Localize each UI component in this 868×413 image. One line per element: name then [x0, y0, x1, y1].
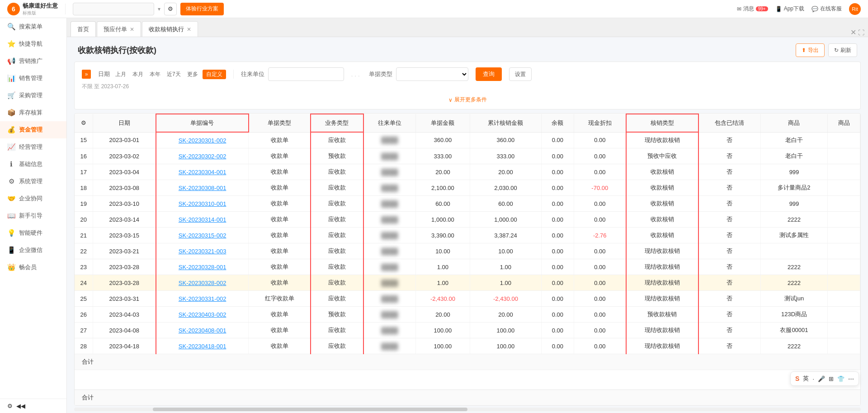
bill-no-link[interactable]: SK-20230315-002	[179, 232, 226, 239]
bill-no-link[interactable]: SK-20230331-002	[179, 295, 226, 302]
export-button[interactable]: ⬆ 导出	[796, 43, 825, 57]
cell-date: 2023-03-02	[93, 148, 156, 164]
col-header-bill-type[interactable]: 单据类型	[249, 114, 311, 132]
sidebar-item-inventory[interactable]: 📦 库存核算	[0, 104, 66, 121]
sidebar-item-marketing[interactable]: 📢 营销推广	[0, 52, 66, 70]
col-header-discount[interactable]: 现金折扣	[574, 114, 626, 132]
app-download-button[interactable]: 📱 App下载	[775, 5, 804, 13]
last-month-btn[interactable]: 上月	[113, 70, 128, 79]
cell-date: 2023-03-14	[93, 212, 156, 228]
solution-button[interactable]: 体验行业方案	[180, 3, 224, 15]
sidebar-item-shortcuts[interactable]: ⭐ 快捷导航	[0, 35, 66, 52]
tab-home[interactable]: 首页	[71, 21, 96, 37]
cell-amount: 1,000.00	[416, 212, 470, 228]
col-header-date[interactable]: 日期	[93, 114, 156, 132]
sougou-mic-icon[interactable]: 🎤	[818, 375, 825, 382]
col-header-goods2[interactable]: 商品	[828, 114, 860, 132]
tab-prepayment[interactable]: 预应付单 ✕	[97, 21, 141, 37]
cell-bill-no[interactable]: SK-20230310-001	[156, 196, 249, 212]
sougou-shirt-icon[interactable]: 👕	[837, 375, 844, 382]
sidebar-item-finance[interactable]: 💰 资金管理	[0, 121, 66, 138]
sidebar-item-guide[interactable]: 📖 新手引导	[0, 207, 66, 224]
col-header-gear[interactable]: ⚙	[75, 114, 93, 132]
cell-bill-no[interactable]: SK-20230301-002	[156, 132, 249, 148]
sidebar-item-basic-info[interactable]: ℹ 基础信息	[0, 156, 66, 173]
custom-date-btn[interactable]: 自定义	[203, 70, 226, 79]
cell-bill-no[interactable]: SK-20230418-001	[156, 338, 249, 354]
tab-writeoff-close[interactable]: ✕	[187, 26, 191, 33]
sidebar-item-purchase[interactable]: 🛒 采购管理	[0, 87, 66, 104]
last7-btn[interactable]: 近7天	[165, 70, 183, 79]
sidebar-item-search[interactable]: 🔍 搜索菜单	[0, 18, 66, 35]
table-scroll[interactable]: ⚙ 日期 单据编号 单据类型 业务类型 往来单位 单据金额 累计核销金额 余额	[75, 114, 860, 389]
bill-no-link[interactable]: SK-20230308-001	[179, 185, 226, 191]
col-header-writeoff[interactable]: 累计核销金额	[470, 114, 541, 132]
horizontal-scrollbar[interactable]	[74, 408, 861, 411]
tab-maximize-icon[interactable]: ⛶	[858, 29, 864, 36]
col-header-include-settled[interactable]: 包含已结清	[698, 114, 760, 132]
col-header-partner[interactable]: 往来单位	[363, 114, 416, 132]
cell-bill-no[interactable]: SK-20230328-002	[156, 275, 249, 291]
filter-toggle[interactable]: »	[82, 70, 91, 79]
refresh-button[interactable]: ↻ 刷新	[828, 43, 857, 57]
bill-no-link[interactable]: SK-20230304-001	[179, 169, 226, 176]
cell-bill-no[interactable]: SK-20230328-001	[156, 259, 249, 275]
dropdown-arrow-icon[interactable]: ▾	[158, 6, 160, 12]
scrollbar-thumb[interactable]	[153, 408, 467, 411]
cell-bill-no[interactable]: SK-20230403-002	[156, 307, 249, 323]
filter-toggle-icon[interactable]: »	[82, 70, 91, 79]
bill-no-link[interactable]: SK-20230314-001	[179, 216, 226, 223]
bill-type-select[interactable]	[396, 67, 468, 81]
col-header-biz-type[interactable]: 业务类型	[311, 114, 363, 132]
col-header-goods[interactable]: 商品	[760, 114, 828, 132]
more-btn[interactable]: 更多	[185, 70, 200, 79]
bill-no-link[interactable]: SK-20230403-002	[179, 311, 226, 318]
tab-prepayment-close[interactable]: ✕	[130, 26, 134, 33]
sidebar-settings-icon[interactable]: ⚙	[7, 403, 13, 409]
col-header-writeoff-type[interactable]: 核销类型	[626, 114, 698, 132]
tab-close-all-icon[interactable]: ✕	[850, 28, 856, 37]
bill-no-link[interactable]: SK-20230328-002	[179, 280, 226, 286]
search-input[interactable]	[73, 3, 154, 15]
bill-no-link[interactable]: SK-20230301-002	[179, 137, 226, 144]
cell-bill-no[interactable]: SK-20230315-002	[156, 228, 249, 243]
expand-button[interactable]: ∨ 展开更多条件	[448, 96, 487, 104]
col-header-amount[interactable]: 单据金额	[416, 114, 470, 132]
online-service-button[interactable]: 💬 在线客服	[811, 5, 842, 13]
cell-bill-no[interactable]: SK-20230304-001	[156, 164, 249, 180]
user-avatar[interactable]: Rit	[849, 3, 861, 15]
bill-no-link[interactable]: SK-20230321-003	[179, 248, 226, 255]
sidebar-item-smart-hardware[interactable]: 💡 智能硬件	[0, 224, 66, 242]
sidebar-item-operations[interactable]: 📈 经营管理	[0, 138, 66, 156]
sougou-grid-icon[interactable]: ⊞	[829, 375, 834, 382]
col-header-balance[interactable]: 余额	[542, 114, 574, 132]
bill-no-link[interactable]: SK-20230328-001	[179, 264, 226, 271]
sidebar-item-wechat[interactable]: 📱 企业微信	[0, 242, 66, 259]
cell-bill-no[interactable]: SK-20230331-002	[156, 291, 249, 307]
gear-button[interactable]: ⚙	[164, 3, 177, 15]
sidebar-item-sales[interactable]: 📊 销售管理	[0, 70, 66, 87]
sidebar-item-enterprise[interactable]: 🤝 企业协同	[0, 190, 66, 207]
partner-input[interactable]	[268, 67, 344, 81]
cell-goods: 999	[760, 164, 828, 180]
cell-bill-no[interactable]: SK-20230308-001	[156, 180, 249, 196]
this-year-btn[interactable]: 本年	[148, 70, 162, 79]
bill-no-link[interactable]: SK-20230302-002	[179, 153, 226, 160]
sidebar-item-system[interactable]: ⚙ 系统管理	[0, 173, 66, 190]
bill-no-link[interactable]: SK-20230310-001	[179, 200, 226, 207]
query-button[interactable]: 查询	[476, 67, 502, 81]
cell-bill-no[interactable]: SK-20230408-001	[156, 323, 249, 338]
col-header-bill-no[interactable]: 单据编号	[156, 114, 249, 132]
cell-bill-no[interactable]: SK-20230314-001	[156, 212, 249, 228]
filter-setting-button[interactable]: 设置	[509, 67, 532, 81]
sougou-more-icon[interactable]: ⋯	[848, 375, 854, 382]
cell-bill-no[interactable]: SK-20230321-003	[156, 243, 249, 259]
sidebar-collapse-icon[interactable]: ◀◀	[16, 403, 25, 409]
bill-no-link[interactable]: SK-20230408-001	[179, 327, 226, 334]
sidebar-item-member[interactable]: 👑 畅会员	[0, 259, 66, 276]
cell-bill-no[interactable]: SK-20230302-002	[156, 148, 249, 164]
messages-button[interactable]: ✉ 消息 99+	[737, 5, 768, 13]
tab-writeoff[interactable]: 收款核销执行 ✕	[142, 21, 198, 37]
this-month-btn[interactable]: 本月	[131, 70, 145, 79]
bill-no-link[interactable]: SK-20230418-001	[179, 343, 226, 350]
